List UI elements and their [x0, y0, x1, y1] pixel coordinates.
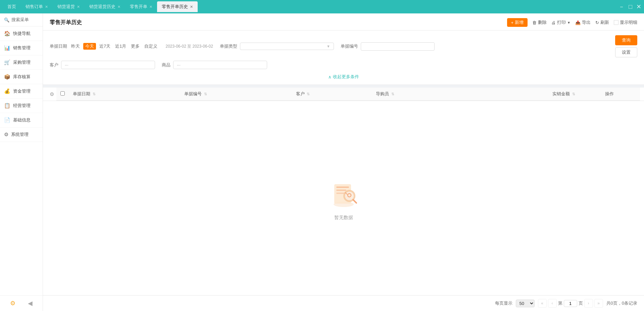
- filter-customer-item: 客户 ···: [50, 61, 155, 69]
- sidebar-item-inventory[interactable]: 📦 库存核算: [0, 70, 43, 84]
- svg-rect-2: [336, 187, 349, 188]
- th-guide[interactable]: 导购员 ⇅: [372, 88, 467, 101]
- th-number-label: 单据编号: [184, 91, 202, 96]
- next-page-button[interactable]: ›: [584, 299, 593, 308]
- th-customer[interactable]: 客户 ⇅: [292, 88, 372, 101]
- base-info-icon: 📄: [4, 117, 10, 123]
- sidebar-item-purchase[interactable]: 🛒 采购管理: [0, 55, 43, 70]
- date-opt-today[interactable]: 今天: [83, 43, 96, 50]
- sidebar-item-quick-nav[interactable]: 🏠 快捷导航: [0, 27, 43, 41]
- th-date-sort[interactable]: ⇅: [93, 92, 96, 96]
- sidebar-search[interactable]: 🔍 搜索采单: [0, 13, 43, 27]
- first-page-button[interactable]: «: [538, 299, 547, 308]
- maximize-button[interactable]: □: [629, 3, 632, 10]
- filter-order-number-label: 单据编号: [341, 43, 358, 49]
- content-area: 零售开单历史 + 新增 🗑 删除 🖨 打印 ▼ 📤 导出: [43, 13, 644, 311]
- th-amount[interactable]: 实销金额 ⇅: [467, 88, 579, 101]
- display-detail-checkbox[interactable]: [614, 20, 618, 25]
- delete-button[interactable]: 🗑 删除: [532, 19, 547, 25]
- print-arrow: ▼: [567, 21, 571, 24]
- delete-icon: 🗑: [532, 20, 537, 25]
- print-button[interactable]: 🖨 打印 ▼: [551, 19, 571, 25]
- date-opt-1month[interactable]: 近1月: [114, 43, 128, 50]
- sidebar: 🔍 搜索采单 🏠 快捷导航 📊 销售管理 🛒 采购管理 📦 库存核算 💰 资金管…: [0, 13, 43, 311]
- filter-row-1: 单据日期 昨天 今天 近7天 近1月 更多 自定义 2023-06-02 至 2…: [50, 35, 637, 57]
- table-container: ⚙ 单据日期 ⇅ 单据编号: [43, 88, 644, 311]
- new-icon: +: [511, 20, 514, 25]
- table-header-row: ⚙ 单据日期 ⇅ 单据编号: [43, 88, 644, 101]
- th-number[interactable]: 单据编号 ⇅: [180, 88, 292, 101]
- query-button[interactable]: 查询: [615, 35, 637, 45]
- filter-date-range-item: 2023-06-02 至 2023-06-02: [165, 44, 213, 49]
- search-icon: 🔍: [4, 17, 9, 22]
- sales-icon: 📊: [4, 45, 10, 51]
- date-opt-more[interactable]: 更多: [130, 43, 141, 50]
- filter-goods-input[interactable]: ···: [173, 61, 267, 69]
- tab-sales-order-label: 销售订单: [26, 4, 43, 10]
- refresh-button[interactable]: ↻ 刷新: [595, 19, 609, 25]
- th-number-sort[interactable]: ⇅: [204, 92, 207, 96]
- sidebar-collapse-icon[interactable]: ◀: [28, 300, 33, 307]
- empty-icon: [327, 176, 360, 209]
- tab-home-label: 首页: [7, 4, 16, 10]
- filter-goods-item: 商品 ···: [162, 61, 267, 69]
- filter-order-number-input[interactable]: [361, 42, 435, 51]
- table-head: 单据日期 ⇅ 单据编号 ⇅ 客户 ⇅: [56, 88, 640, 101]
- new-label: 新增: [515, 19, 524, 25]
- filter-date-range: 2023-06-02 至 2023-06-02: [165, 44, 213, 49]
- date-opt-custom[interactable]: 自定义: [143, 43, 159, 50]
- sidebar-item-system[interactable]: ⚙ 系统管理: [0, 127, 43, 142]
- close-window-button[interactable]: ✕: [636, 3, 641, 10]
- filter-customer-ellipsis: ···: [65, 62, 68, 67]
- filter-order-type-arrow: ▼: [327, 44, 330, 48]
- sidebar-item-finance[interactable]: 💰 资金管理: [0, 84, 43, 99]
- tab-home[interactable]: 首页: [3, 1, 21, 12]
- export-button[interactable]: 📤 导出: [575, 19, 591, 25]
- tab-sales-order-close[interactable]: ✕: [45, 5, 48, 9]
- sidebar-settings-icon[interactable]: ⚙: [10, 300, 15, 307]
- display-detail-button[interactable]: 显示明细: [614, 19, 637, 25]
- tab-retail-open-history-label: 零售开单历史: [162, 4, 188, 10]
- empty-text: 暂无数据: [334, 215, 353, 221]
- sidebar-item-operations[interactable]: 📋 经营管理: [0, 99, 43, 113]
- tab-retail-open-close[interactable]: ✕: [149, 5, 152, 9]
- system-icon: ⚙: [4, 132, 8, 138]
- last-page-button[interactable]: »: [594, 299, 603, 308]
- per-page-select[interactable]: 50 10 20 100: [516, 300, 535, 307]
- table-settings-icon[interactable]: ⚙: [47, 90, 56, 99]
- tab-sales-return[interactable]: 销货退货 ✕: [53, 1, 85, 12]
- prev-page-button[interactable]: ‹: [548, 299, 557, 308]
- inventory-icon: 📦: [4, 74, 10, 80]
- svg-line-7: [353, 200, 356, 203]
- filter-order-type-select[interactable]: ▼: [240, 43, 334, 50]
- select-all-checkbox[interactable]: [60, 91, 65, 96]
- th-guide-sort[interactable]: ⇅: [391, 92, 394, 96]
- page-number-input[interactable]: [564, 300, 577, 307]
- th-amount-sort[interactable]: ⇅: [572, 92, 575, 96]
- date-opt-7days[interactable]: 近7天: [98, 43, 112, 50]
- sidebar-item-base-info-label: 基础信息: [13, 117, 31, 123]
- th-date[interactable]: 单据日期 ⇅: [69, 88, 180, 101]
- date-opt-yesterday[interactable]: 昨天: [70, 43, 81, 50]
- sidebar-item-inventory-label: 库存核算: [13, 74, 31, 80]
- tab-sales-order[interactable]: 销售订单 ✕: [21, 1, 53, 12]
- sidebar-item-purchase-label: 采购管理: [13, 59, 31, 65]
- minimize-button[interactable]: －: [618, 3, 625, 11]
- page-label: 第: [558, 300, 562, 306]
- tab-sales-return-close[interactable]: ✕: [77, 5, 80, 9]
- new-button[interactable]: + 新增: [507, 18, 528, 27]
- sidebar-search-label: 搜索采单: [11, 17, 29, 23]
- tab-retail-open-history[interactable]: 零售开单历史 ✕: [157, 1, 198, 12]
- print-label: 打印: [557, 19, 566, 25]
- tab-retail-open-history-close[interactable]: ✕: [190, 5, 193, 9]
- tab-retail-open[interactable]: 零售开单 ✕: [125, 1, 157, 12]
- collapse-row[interactable]: ∧ 收起更多条件: [50, 72, 637, 80]
- filter-customer-input[interactable]: ···: [61, 61, 155, 69]
- settings-button[interactable]: 设置: [615, 47, 637, 57]
- th-customer-sort[interactable]: ⇅: [307, 92, 310, 96]
- sidebar-bottom: ⚙ ◀: [0, 295, 43, 311]
- tab-sales-return-history-close[interactable]: ✕: [117, 5, 120, 9]
- sidebar-item-sales[interactable]: 📊 销售管理: [0, 41, 43, 55]
- tab-sales-return-history[interactable]: 销货退货历史 ✕: [85, 1, 125, 12]
- sidebar-item-base-info[interactable]: 📄 基础信息: [0, 113, 43, 127]
